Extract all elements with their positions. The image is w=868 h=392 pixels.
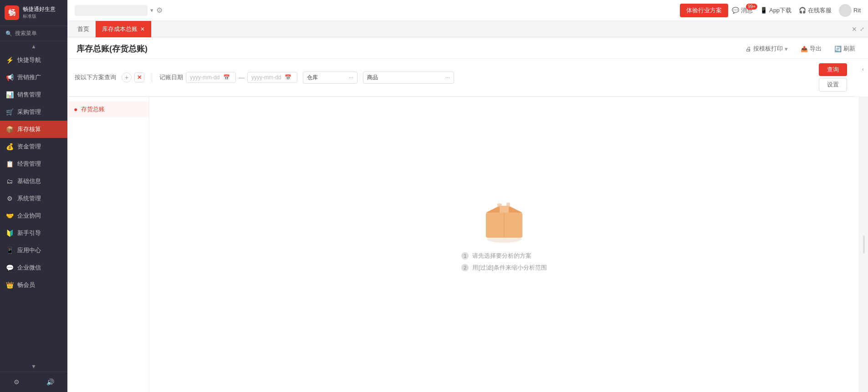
tab-home[interactable]: 首页 <box>71 21 96 37</box>
sidebar-item-marketing[interactable]: 📢 营销推广 <box>0 69 67 86</box>
tab-close-btn[interactable]: ✕ <box>140 26 145 32</box>
tip-num-1: 1 <box>461 252 469 260</box>
logo-text-block: 畅捷通好生意 标准版 <box>23 6 56 20</box>
sidebar-item-label: 销售管理 <box>17 91 41 99</box>
app-name: 畅捷通好生意 <box>23 6 56 13</box>
sidebar-item-cooperation[interactable]: 🤝 企业协同 <box>0 207 67 224</box>
app-download-label: App下载 <box>769 6 791 15</box>
date-field-label: 记账日期 <box>159 73 183 81</box>
right-panel-handle[interactable] <box>863 235 865 254</box>
avatar <box>839 4 852 17</box>
logo-icon: 畅 <box>5 5 19 20</box>
app-center-icon: 📱 <box>5 247 14 254</box>
calendar-start-icon[interactable]: 📅 <box>223 74 230 81</box>
print-icon: 🖨 <box>745 46 751 52</box>
sidebar-item-system[interactable]: ⚙ 系统管理 <box>0 190 67 207</box>
scroll-down-btn[interactable]: ▼ <box>0 361 67 372</box>
inventory-icon: 📦 <box>5 126 14 133</box>
trial-btn[interactable]: 体验行业方案 <box>680 4 728 17</box>
sidebar-item-vip[interactable]: 👑 畅会员 <box>0 276 67 294</box>
sidebar-item-sales[interactable]: 📊 销售管理 <box>0 86 67 103</box>
online-service-btn[interactable]: 🎧 在线客服 <box>799 6 832 15</box>
user-name: Rit <box>853 7 861 14</box>
user-profile[interactable]: Rit <box>839 4 861 17</box>
tab-inventory-ledger[interactable]: 库存成本总账 ✕ <box>96 21 151 37</box>
topbar: ▾ ⚙ 体验行业方案 💬 消息 99+ 📱 App下载 🎧 在线客服 Rit <box>67 0 868 21</box>
empty-tips: 1 请先选择要分析的方案 2 用[过滤]条件来缩小分析范围 <box>461 252 546 272</box>
sidebar-item-newbie[interactable]: 🔰 新手引导 <box>0 224 67 242</box>
sidebar-item-label: 系统管理 <box>17 194 41 203</box>
date-filter-group: 记账日期 yyyy-mm-dd 📅 — yyyy-mm-dd 📅 <box>159 72 297 83</box>
goods-select[interactable]: 商品 ··· <box>363 71 454 84</box>
sidebar-logo: 畅 畅捷通好生意 标准版 <box>0 0 67 26</box>
query-btn[interactable]: 查询 <box>819 63 847 76</box>
scroll-up-btn[interactable]: ▲ <box>0 41 67 51</box>
filter-chevron-area: ‹ <box>854 59 868 80</box>
newbie-icon: 🔰 <box>5 229 14 237</box>
topbar-gear-icon[interactable]: ⚙ <box>156 6 163 15</box>
date-end-input[interactable]: yyyy-mm-dd 📅 <box>247 72 297 83</box>
headset-icon: 🎧 <box>799 7 806 14</box>
empty-state: 1 请先选择要分析的方案 2 用[过滤]条件来缩小分析范围 <box>149 97 859 392</box>
settings-bottom-btn[interactable]: ⚙ <box>11 376 22 388</box>
topbar-search-area: ▾ ⚙ <box>75 5 676 16</box>
export-btn[interactable]: 📤 导出 <box>797 43 825 55</box>
tip-num-2: 2 <box>461 264 469 271</box>
quick-nav-icon: ⚡ <box>5 56 14 64</box>
sidebar-item-purchase[interactable]: 🛒 采购管理 <box>0 103 67 121</box>
tab-inventory-label: 库存成本总账 <box>102 25 138 33</box>
empty-illustration <box>477 190 531 244</box>
filter-label: 按以下方案查询 <box>75 73 116 81</box>
filter-buttons: 查询 设置 <box>819 63 847 92</box>
audio-btn[interactable]: 🔊 <box>44 376 57 388</box>
message-icon: 💬 <box>732 7 739 14</box>
calendar-end-icon[interactable]: 📅 <box>285 74 291 81</box>
topbar-dropdown-icon[interactable]: ▾ <box>150 7 153 14</box>
topbar-search-input[interactable] <box>75 5 148 16</box>
refresh-icon: 🔄 <box>834 46 842 52</box>
refresh-btn[interactable]: 🔄 刷新 <box>831 43 859 55</box>
sidebar-item-quick-nav[interactable]: ⚡ 快捷导航 <box>0 51 67 69</box>
sales-icon: 📊 <box>5 91 14 98</box>
search-icon: 🔍 <box>5 31 12 37</box>
warehouse-select[interactable]: 仓库 ··· <box>303 71 357 84</box>
filter-bar: 按以下方案查询 + ✕ 记账日期 yyyy-mm-dd 📅 — yyyy-mm-… <box>67 59 854 97</box>
settings-btn[interactable]: 设置 <box>819 78 847 92</box>
sidebar-item-wechat[interactable]: 💬 企业微信 <box>0 259 67 276</box>
sidebar-item-finance[interactable]: 💰 资金管理 <box>0 138 67 155</box>
print-dropdown-icon[interactable]: ▾ <box>785 46 788 52</box>
print-template-btn[interactable]: 🖨 按模板打印 ▾ <box>742 43 791 55</box>
basic-icon: 🗂 <box>5 178 14 185</box>
tip-1-text: 请先选择要分析的方案 <box>472 252 531 260</box>
goods-more-icon: ··· <box>445 74 450 81</box>
sidebar-item-label: 资金管理 <box>17 143 41 151</box>
app-download-btn[interactable]: 📱 App下载 <box>760 6 791 15</box>
sidebar-nav: ⚡ 快捷导航 📢 营销推广 📊 销售管理 🛒 采购管理 📦 库存核算 💰 资金管… <box>0 51 67 361</box>
search-menu[interactable]: 🔍 搜索菜单 <box>0 26 67 41</box>
tab-close-window-btn[interactable]: ✕ <box>852 25 857 33</box>
filter-collapse-btn[interactable]: ✕ <box>134 72 144 82</box>
sidebar-item-label: 畅会员 <box>17 281 35 289</box>
date-start-input[interactable]: yyyy-mm-dd 📅 <box>186 72 236 83</box>
warehouse-filter-group: 仓库 ··· <box>303 71 357 84</box>
sidebar-item-operation[interactable]: 📋 经营管理 <box>0 155 67 173</box>
date-start-placeholder: yyyy-mm-dd <box>190 74 220 81</box>
app-badge: 标准版 <box>23 13 56 20</box>
content-area: 库存总账(存货总账) 🖨 按模板打印 ▾ 📤 导出 🔄 刷新 <box>67 37 868 392</box>
filter-chevron-btn[interactable]: ‹ <box>858 64 868 74</box>
sidebar-item-basic[interactable]: 🗂 基础信息 <box>0 173 67 190</box>
goods-filter-group: 商品 ··· <box>363 71 454 84</box>
message-btn[interactable]: 💬 消息 99+ <box>732 6 753 15</box>
sidebar-item-app-center[interactable]: 📱 应用中心 <box>0 242 67 259</box>
app-download-icon: 📱 <box>760 7 767 14</box>
filter-add-btn[interactable]: + <box>122 72 132 82</box>
goods-label: 商品 <box>367 74 378 81</box>
filter-actions: + ✕ <box>122 72 144 82</box>
tab-restore-btn[interactable]: ⤢ <box>860 26 864 32</box>
wechat-icon: 💬 <box>5 264 14 271</box>
sidebar-item-inventory[interactable]: 📦 库存核算 <box>0 121 67 138</box>
scheme-item-inventory-total[interactable]: ● 存货总账 <box>67 102 149 117</box>
print-template-label: 按模板打印 <box>753 45 783 53</box>
operation-icon: 📋 <box>5 160 14 168</box>
sidebar-bottom: ⚙ 🔊 <box>0 372 67 392</box>
